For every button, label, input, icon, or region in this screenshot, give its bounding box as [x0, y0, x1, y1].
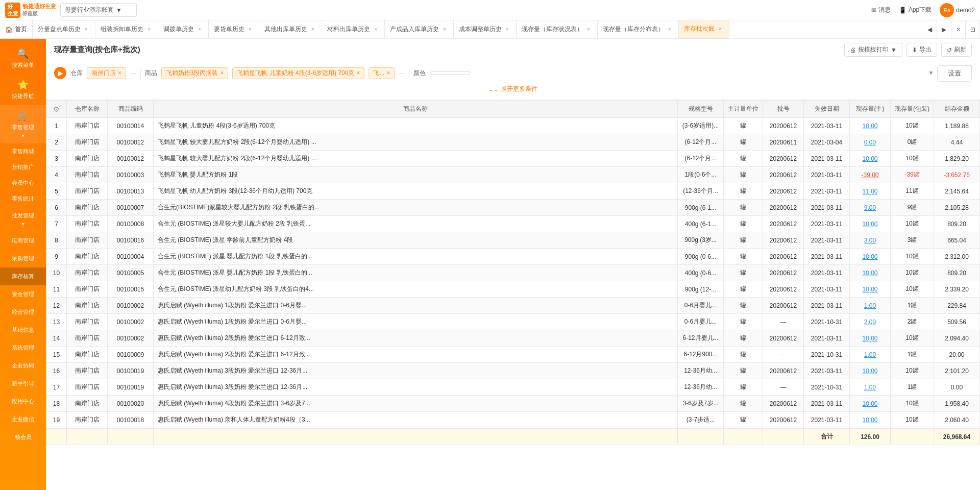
warehouse-more-btn[interactable]: ···	[130, 69, 136, 77]
account-dropdown[interactable]: 母婴行业演示账套 ▼	[60, 3, 137, 17]
tab-close-all-btn[interactable]: ×	[951, 20, 966, 39]
column-settings-icon[interactable]: ⚙	[53, 105, 60, 113]
sidebar-item-purchase[interactable]: 采购管理	[0, 250, 46, 267]
message-btn[interactable]: ✉ 消息	[871, 6, 891, 14]
product-tag-1-close[interactable]: ×	[220, 69, 224, 77]
cell-stock-main[interactable]: 11.00	[850, 183, 891, 200]
sidebar-item-finance[interactable]: 资金管理	[0, 285, 46, 303]
sidebar-item-retail-shop[interactable]: 零售商城	[0, 143, 46, 159]
tab-more-btn[interactable]: ⊡	[966, 20, 980, 39]
color-input[interactable]	[430, 71, 471, 75]
sidebar-item-vip[interactable]: 畅会员	[0, 428, 46, 446]
tab-cheng-ben[interactable]: 成本调整单历史 ×	[454, 20, 517, 39]
sidebar-item-guide[interactable]: 新手引导	[0, 375, 46, 393]
tab-cai-liao-close[interactable]: ×	[372, 26, 379, 33]
tab-xian-cun2[interactable]: 现存量（库存分布表） ×	[598, 20, 679, 39]
home-icon: 🏠	[5, 26, 13, 33]
product-more-close[interactable]: ×	[386, 69, 390, 77]
tab-fen-pan[interactable]: 分量盘点单历史 ×	[33, 20, 95, 39]
cell-batch: 20200612	[763, 363, 804, 379]
tab-ku-cun-pi-close[interactable]: ×	[717, 26, 724, 33]
export-btn[interactable]: ⬇ 导出	[906, 43, 937, 57]
tab-yao-huo[interactable]: 要货单历史 ×	[209, 20, 259, 39]
sidebar-item-inventory[interactable]: 库存核算	[0, 267, 46, 285]
tab-diao-bo[interactable]: 调拨单历史 ×	[158, 20, 209, 39]
tab-prev-btn[interactable]: ◀	[923, 20, 937, 39]
tab-fen-pan-close[interactable]: ×	[83, 26, 90, 33]
table-row: 17 南岸门店 00100019 惠氏启赋 (Wyeth illuma) 3段奶…	[46, 379, 980, 396]
cell-code: 00100004	[108, 249, 154, 265]
cell-stock-main[interactable]: 10.00	[850, 216, 891, 232]
filter-toggle-btn[interactable]: ▶	[54, 67, 66, 79]
sidebar-item-retail[interactable]: 🛒 零售管理 ▼	[0, 105, 46, 143]
cell-spec: (3-6岁适用)...	[678, 118, 724, 134]
template-print-btn[interactable]: 🖨 按模板打印 ▼	[844, 43, 902, 57]
cell-stock-main[interactable]: 10.00	[850, 412, 891, 429]
cell-stock-main[interactable]: 1.00	[850, 379, 891, 396]
sidebar-item-ecommerce[interactable]: 电商管理	[0, 232, 46, 250]
cell-stock-main[interactable]: 10.00	[850, 151, 891, 167]
table-row: 14 南岸门店 00100002 惠氏启赋 (Wyeth illuma) 2段奶…	[46, 330, 980, 347]
tab-xian-cun1-close[interactable]: ×	[585, 26, 592, 33]
cell-stock-main[interactable]: 1.00	[850, 347, 891, 363]
tab-diao-bo-close[interactable]: ×	[196, 26, 203, 33]
sidebar-item-retail-stat[interactable]: 零售统计	[0, 191, 46, 207]
cell-stock-main[interactable]: 1.00	[850, 298, 891, 314]
sidebar-item-basic[interactable]: 基础信息	[0, 321, 46, 339]
cell-stock-main[interactable]: 9.00	[850, 200, 891, 216]
sidebar-item-search[interactable]: 🔍 搜索菜单	[0, 43, 46, 74]
sidebar-inventory-label: 库存核算	[12, 273, 34, 280]
cell-stock-main[interactable]: 0.00	[850, 134, 891, 151]
cell-stock-main[interactable]: 10.00	[850, 330, 891, 347]
sidebar-item-operation[interactable]: 经营管理	[0, 303, 46, 321]
cell-stock-main[interactable]: 10.00	[850, 118, 891, 134]
tab-ku-cun-pi-label: 库存批次账	[684, 24, 715, 33]
cell-stock-main[interactable]: 10.00	[850, 281, 891, 298]
cell-stock-pkg: 2罐	[891, 314, 934, 330]
color-dropdown-icon: ▼	[928, 69, 934, 77]
cell-stock-main[interactable]: 10.00	[850, 396, 891, 412]
sidebar-item-quick[interactable]: ⭐ 快捷导航	[0, 74, 46, 105]
expand-more-btn[interactable]: ⌄⌄ 展开更多条件	[480, 83, 546, 95]
inventory-table: ⚙ 仓库名称 商品编码 商品名称 规格型号 主计量单位 批号 失效日期 现存量(…	[46, 100, 980, 445]
cell-warehouse: 南岸门店	[67, 330, 108, 347]
cell-stock-main[interactable]: 10.00	[850, 249, 891, 265]
app-download-btn[interactable]: 📱 App下载	[899, 6, 932, 14]
product-more-btn[interactable]: ···	[399, 69, 405, 77]
tab-xian-cun2-close[interactable]: ×	[666, 26, 673, 33]
tab-qi-ta[interactable]: 其他出库单历史 ×	[259, 20, 322, 39]
sidebar-item-app-center[interactable]: 应用中心	[0, 393, 46, 410]
tab-zu-chai[interactable]: 组装拆卸单历史 ×	[95, 20, 158, 39]
cell-stock-main[interactable]: 2.00	[850, 314, 891, 330]
sidebar-item-enterprise[interactable]: 企业协同	[0, 357, 46, 375]
tab-chan-pin-close[interactable]: ×	[441, 26, 448, 33]
tab-yao-huo-close[interactable]: ×	[247, 26, 254, 33]
settings-btn[interactable]: 设置	[937, 65, 972, 82]
user-area[interactable]: Ea demo2	[940, 3, 975, 17]
tab-cai-liao[interactable]: 材料出库单历史 ×	[322, 20, 385, 39]
cell-stock-main[interactable]: 10.00	[850, 363, 891, 379]
tab-qi-ta-close[interactable]: ×	[309, 26, 316, 33]
cell-stock-main[interactable]: -39.00	[850, 167, 891, 183]
sidebar-item-wechat[interactable]: 企业微信	[0, 410, 46, 428]
tab-zu-chai-close[interactable]: ×	[145, 26, 153, 33]
tab-home[interactable]: 🏠 首页	[0, 20, 33, 39]
content-area: 现存量查询(按仓库+批次) 🖨 按模板打印 ▼ ⬇ 导出 ↺ 刷新	[46, 39, 980, 490]
cell-code: 00100020	[108, 396, 154, 412]
refresh-btn[interactable]: ↺ 刷新	[941, 43, 972, 57]
tab-xian-cun1[interactable]: 现存量（库存状况表） ×	[517, 20, 598, 39]
tab-chan-pin[interactable]: 产成品入库单历史 ×	[385, 20, 454, 39]
sidebar-item-marketing[interactable]: 营销推广	[0, 159, 46, 175]
tab-next-btn[interactable]: ▶	[937, 20, 951, 39]
sidebar-item-system[interactable]: 系统管理	[0, 339, 46, 357]
cell-num: 10	[46, 265, 67, 281]
sidebar-item-member[interactable]: 会员中心	[0, 175, 46, 191]
cell-stock-main[interactable]: 10.00	[850, 265, 891, 281]
product-tag-2-close[interactable]: ×	[356, 69, 360, 77]
tab-cheng-ben-close[interactable]: ×	[504, 26, 511, 33]
tab-ku-cun-pi[interactable]: 库存批次账 ×	[679, 20, 729, 39]
warehouse-tag-close[interactable]: ×	[118, 69, 121, 77]
sidebar-item-batch[interactable]: 批发管理 ▼	[0, 207, 46, 232]
cell-stock-main[interactable]: 3.00	[850, 232, 891, 249]
sidebar: 🔍 搜索菜单 ⭐ 快捷导航 🛒 零售管理 ▼ 零售商城 营销推广 会员中心 零售…	[0, 39, 46, 490]
